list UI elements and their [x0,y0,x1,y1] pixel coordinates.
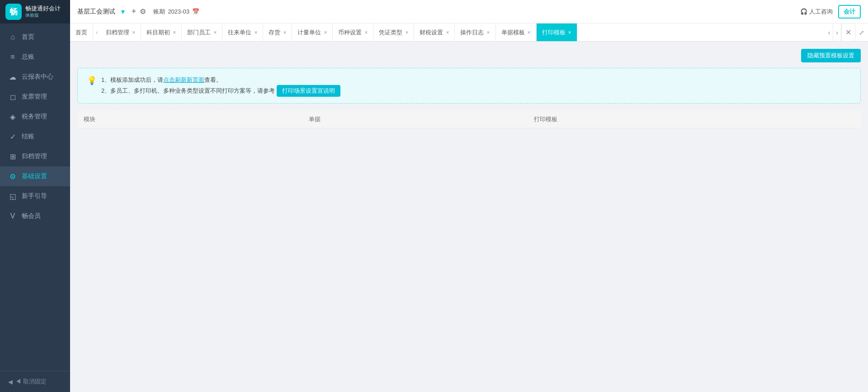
sidebar-nav: ⌂ 首页 ≡ 总账 ☁ 云报表中心 ◻ 发票管理 ◈ 税务管理 ✓ 结账 ⊞ 归… [0,24,70,371]
sidebar-item-invoice-label: 发票管理 [22,93,47,101]
tab-unit[interactable]: 计量单位 × [292,24,333,42]
tab-tax-settings[interactable]: 财税设置 × [414,24,455,42]
tab-department[interactable]: 部门员工 × [182,24,222,42]
sidebar-item-archive[interactable]: ⊞ 归档管理 [0,146,70,166]
hide-preview-wrapper: 隐藏预置模板设置 [77,49,861,62]
sidebar-item-checkout[interactable]: ✓ 结账 [0,127,70,146]
sidebar: 畅 畅捷通好会计 体验版 ⌂ 首页 ≡ 总账 ☁ 云报表中心 ◻ 发票管理 ◈ … [0,0,70,392]
sidebar-item-guide-label: 新手引导 [22,192,47,200]
tab-scroll-right[interactable]: › [833,24,841,42]
company-dropdown-icon[interactable]: ▼ [120,8,126,15]
sidebar-item-member[interactable]: V 畅会员 [0,206,70,226]
tab-nav-prev[interactable]: ‹ [93,24,100,42]
tab-scroll-left[interactable]: ‹ [826,24,834,42]
company-name: 基层工会测试 [77,8,115,16]
col-print-tpl: 打印模板 [528,111,861,128]
data-table: 模块 单据 打印模板 [77,111,861,128]
tab-subject[interactable]: 科目期初 × [141,24,182,42]
period-value: 2023-03 [168,8,189,15]
tab-inventory-close[interactable]: × [283,29,286,36]
topbar-right: 🎧 人工咨询 会计 [800,5,861,19]
sidebar-item-archive-label: 归档管理 [22,152,47,161]
sidebar-item-settings[interactable]: ⚙ 基础设置 [0,166,70,186]
archive-icon: ⊞ [8,152,17,161]
tab-voucher-type[interactable]: 凭证类型 × [373,24,414,42]
unpin-icon: ◀ [8,378,13,385]
service-label: 人工咨询 [809,8,833,16]
sidebar-item-settings-label: 基础设置 [22,172,47,180]
ledger-icon: ≡ [8,52,17,61]
notice-bulb-icon: 💡 [87,76,97,85]
sidebar-item-reports-label: 云报表中心 [22,73,53,81]
member-icon: V [8,212,17,221]
sidebar-item-home-label: 首页 [22,33,34,41]
tab-print-tpl-close[interactable]: × [568,29,571,36]
service-button[interactable]: 🎧 人工咨询 [800,8,833,16]
sidebar-item-home[interactable]: ⌂ 首页 [0,27,70,47]
settings-icon: ⚙ [8,172,17,181]
sidebar-item-guide[interactable]: ◱ 新手引导 [0,186,70,206]
tab-unit-close[interactable]: × [324,29,327,36]
tab-print-tpl[interactable]: 打印模板 × [537,24,577,42]
reports-icon: ☁ [8,72,17,81]
tab-tax-settings-close[interactable]: × [446,29,449,36]
tab-partner-close[interactable]: × [254,29,257,36]
period-label: 账期 [153,8,165,16]
table-header-row: 模块 单据 打印模板 [77,111,861,128]
notice-line2: 2、多员工、多打印机、多种业务类型设置不同打印方案等，请参考打印场景设置宣说明 [101,85,340,97]
col-voucher: 单据 [302,111,528,128]
notice-line2-before: 2、多员工、多打印机、多种业务类型设置不同打印方案等，请参考 [101,87,275,94]
notice-line1-before: 1、模板添加成功后，请 [101,76,163,83]
calendar-icon[interactable]: 📅 [192,8,199,15]
topbar-settings-icon[interactable]: ⚙ [140,7,146,16]
tab-archive-close[interactable]: × [132,29,135,36]
tab-home[interactable]: 首页 [70,24,93,42]
sidebar-item-ledger[interactable]: ≡ 总账 [0,47,70,67]
checkout-icon: ✓ [8,132,17,141]
headset-icon: 🎧 [800,8,807,15]
sidebar-item-ledger-label: 总账 [22,53,34,61]
notice-box: 💡 1、模板添加成功后，请点击刷新新页面查看。 2、多员工、多打印机、多种业务类… [77,68,861,104]
tab-currency[interactable]: 币种设置 × [333,24,373,42]
period-selector[interactable]: 账期 2023-03 📅 [153,8,199,16]
tab-close-all-button[interactable]: ✕ [841,24,855,42]
sidebar-item-reports[interactable]: ☁ 云报表中心 [0,67,70,87]
tab-op-log[interactable]: 操作日志 × [455,24,495,42]
print-template-table: 模块 单据 打印模板 [77,111,861,128]
tab-department-close[interactable]: × [213,29,217,36]
tab-voucher-type-close[interactable]: × [405,29,408,36]
tab-subject-close[interactable]: × [173,29,176,36]
tab-currency-close[interactable]: × [364,29,368,36]
tab-archive[interactable]: 归档管理 × [100,24,141,42]
logo-icon: 畅 [5,4,22,20]
tax-icon: ◈ [8,112,17,121]
guide-icon: ◱ [8,192,17,201]
col-module: 模块 [77,111,302,128]
tabbar: 首页 ‹ 归档管理 × 科目期初 × 部门员工 × 往来单位 × 存货 × 计量… [70,24,868,42]
sidebar-item-tax-label: 税务管理 [22,113,47,121]
tab-voucher-tpl[interactable]: 单据模板 × [496,24,537,42]
tab-op-log-close[interactable]: × [486,29,490,36]
sidebar-unpin-button[interactable]: ◀ ◀ 取消固定 [0,371,70,392]
kuaiji-button[interactable]: 会计 [838,5,861,19]
company-selector[interactable]: 基层工会测试 ▼ [77,8,126,16]
topbar: 基层工会测试 ▼ + ⚙ 账期 2023-03 📅 🎧 人工咨询 会计 [70,0,868,24]
add-tab-button[interactable]: + [132,7,137,16]
sidebar-item-invoice[interactable]: ◻ 发票管理 [0,87,70,107]
hide-preview-button[interactable]: 隐藏预置模板设置 [801,49,861,62]
tab-partner[interactable]: 往来单位 × [222,24,263,42]
logo-name: 畅捷通好会计 [25,5,61,13]
notice-line1: 1、模板添加成功后，请点击刷新新页面查看。 [101,75,340,85]
tab-expand-button[interactable]: ⤢ [855,24,868,42]
sidebar-item-tax[interactable]: ◈ 税务管理 [0,107,70,127]
logo-sub: 体验版 [25,12,61,19]
sidebar-item-checkout-label: 结账 [22,132,34,141]
tab-voucher-tpl-close[interactable]: × [528,29,531,36]
invoice-icon: ◻ [8,92,17,101]
print-scene-button[interactable]: 打印场景设置宣说明 [277,85,340,97]
tab-inventory[interactable]: 存货 × [263,24,292,42]
sidebar-logo: 畅 畅捷通好会计 体验版 [0,0,70,24]
notice-line1-after: 查看。 [204,76,222,83]
sidebar-item-member-label: 畅会员 [22,212,41,220]
notice-refresh-link[interactable]: 点击刷新新页面 [163,76,204,83]
